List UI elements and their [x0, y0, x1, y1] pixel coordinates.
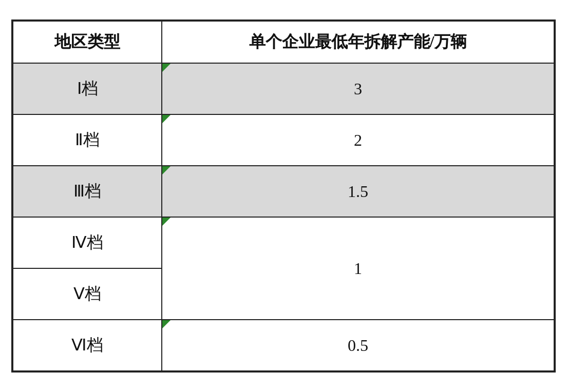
row-4-5-value: 1 — [162, 217, 554, 320]
row-2-label: Ⅱ档 — [13, 114, 162, 166]
table-row: Ⅵ档 0.5 — [13, 320, 554, 371]
green-marker-icon — [162, 166, 171, 174]
row-5-label: Ⅴ档 — [13, 268, 162, 320]
row-1-label: Ⅰ档 — [13, 63, 162, 114]
row-6-label: Ⅵ档 — [13, 320, 162, 371]
table-row: Ⅲ档 1.5 — [13, 166, 554, 217]
green-marker-icon — [162, 64, 171, 72]
table-row: Ⅱ档 2 — [13, 114, 554, 166]
header-col2: 单个企业最低年拆解产能/万辆 — [162, 21, 554, 63]
green-marker-icon — [162, 115, 171, 123]
row-1-value: 3 — [162, 63, 554, 114]
table-row: Ⅳ档 1 — [13, 217, 554, 268]
row-2-value: 2 — [162, 114, 554, 166]
green-marker-icon — [162, 320, 171, 328]
data-table: 地区类型 单个企业最低年拆解产能/万辆 Ⅰ档 3 Ⅱ档 2 — [12, 21, 555, 371]
row-6-value: 0.5 — [162, 320, 554, 371]
table-row: Ⅰ档 3 — [13, 63, 554, 114]
row-3-label: Ⅲ档 — [13, 166, 162, 217]
header-row: 地区类型 单个企业最低年拆解产能/万辆 — [13, 21, 554, 63]
row-3-value: 1.5 — [162, 166, 554, 217]
green-marker-icon — [162, 218, 171, 226]
header-col1: 地区类型 — [13, 21, 162, 63]
row-4-label: Ⅳ档 — [13, 217, 162, 268]
main-table-container: 地区类型 单个企业最低年拆解产能/万辆 Ⅰ档 3 Ⅱ档 2 — [11, 19, 556, 373]
